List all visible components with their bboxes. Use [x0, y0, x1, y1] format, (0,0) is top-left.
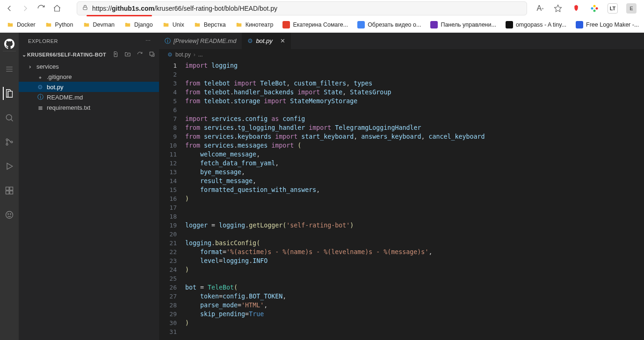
extensions-icon[interactable] — [3, 184, 16, 197]
info-icon: ⓘ — [165, 37, 171, 45]
bookmarks-bar: DockerPythonDevmanDjangoUnixВерсткаКинот… — [0, 17, 644, 33]
file-item[interactable]: ⬥.gitignore — [19, 71, 159, 82]
run-debug-icon[interactable] — [3, 160, 16, 173]
file-icon: ⬥ — [36, 73, 44, 80]
read-aloud-icon[interactable]: A» — [535, 4, 545, 13]
svg-point-14 — [8, 214, 9, 215]
source-control-icon[interactable] — [3, 135, 16, 149]
bookmark-item[interactable]: Екатерина Сомаге... — [281, 20, 350, 29]
bookmark-item[interactable]: Обрезать видео о... — [355, 20, 423, 29]
svg-rect-0 — [83, 7, 87, 9]
explorer-title: EXPLORER — [28, 38, 58, 44]
url-text: https://github1s.com/kruser66/self-ratin… — [92, 5, 277, 12]
repo-actions — [112, 51, 155, 58]
search-icon[interactable] — [3, 111, 16, 124]
file-icon: ≣ — [36, 104, 44, 111]
code-area: 1234567891011121314151617181920212223242… — [159, 60, 644, 340]
bookmark-item[interactable]: Django — [122, 21, 155, 29]
github-prs-icon[interactable] — [3, 208, 16, 221]
ext-icon-1[interactable] — [571, 3, 581, 14]
bookmark-item[interactable]: Верстка — [192, 21, 228, 29]
svg-point-7 — [6, 143, 8, 145]
code-text[interactable]: import loggingfrom telebot import TeleBo… — [185, 60, 627, 340]
url-highlight-mark — [87, 15, 152, 16]
vscode-surface: EXPLORER ⋯ ⌄ KRUSER66/SELF-RATING-BOT ›s… — [0, 33, 644, 340]
favorite-icon[interactable] — [553, 4, 563, 13]
menu-icon[interactable] — [3, 63, 16, 76]
explorer-sidebar: EXPLORER ⋯ ⌄ KRUSER66/SELF-RATING-BOT ›s… — [19, 33, 159, 340]
svg-point-8 — [11, 141, 13, 143]
ext-icon-3[interactable]: LT — [608, 3, 618, 14]
address-bar[interactable]: https://github1s.com/kruser66/self-ratin… — [77, 1, 527, 15]
file-item[interactable]: ⓘREADME.md — [19, 92, 159, 102]
svg-point-1 — [591, 7, 593, 10]
explorer-more-icon[interactable]: ⋯ — [145, 38, 151, 44]
chevron-down-icon: ⌄ — [22, 52, 27, 58]
file-tree: ›services⬥.gitignore⚙bot.pyⓘREADME.md≣re… — [19, 60, 159, 113]
svg-point-4 — [593, 10, 596, 12]
svg-rect-11 — [10, 191, 13, 194]
svg-point-15 — [10, 214, 11, 215]
svg-point-5 — [6, 114, 12, 120]
bookmark-item[interactable]: Devman — [81, 21, 117, 29]
bookmark-item[interactable]: omgopass - A tiny... — [504, 20, 568, 29]
bookmark-item[interactable]: Кинотеатр — [233, 21, 275, 29]
folder-item[interactable]: ›services — [19, 61, 159, 71]
ext-icon-2[interactable] — [590, 4, 599, 13]
breadcrumb-more: ... — [198, 51, 203, 58]
breadcrumb-file: bot.py — [175, 51, 191, 58]
svg-point-6 — [6, 139, 8, 141]
svg-point-13 — [6, 212, 13, 219]
file-item[interactable]: ≣requirements.txt — [19, 102, 159, 113]
breadcrumbs[interactable]: ⚙ bot.py › ... — [159, 49, 644, 60]
github-logo-icon[interactable] — [3, 38, 16, 51]
bookmark-item[interactable]: Python — [43, 21, 75, 29]
repo-name: KRUSER66/SELF-RATING-BOT — [27, 52, 106, 57]
svg-point-3 — [596, 7, 598, 10]
collapse-all-icon[interactable] — [149, 51, 155, 58]
editor-tab[interactable]: ⚙bot.py✕ — [242, 33, 290, 49]
svg-rect-10 — [6, 191, 9, 194]
repo-header[interactable]: ⌄ KRUSER66/SELF-RATING-BOT — [19, 49, 159, 60]
tab-bar: ⓘ[Preview] README.md⚙bot.py✕ — [159, 33, 644, 49]
new-folder-icon[interactable] — [124, 51, 131, 58]
forward-button[interactable] — [20, 3, 31, 14]
svg-rect-9 — [6, 187, 9, 191]
editor-tab[interactable]: ⓘ[Preview] README.md — [159, 33, 242, 49]
editor-area: ⓘ[Preview] README.md⚙bot.py✕ ⚙ bot.py › … — [159, 33, 644, 340]
file-item[interactable]: ⚙bot.py — [19, 82, 159, 92]
explorer-icon[interactable] — [3, 87, 16, 100]
toolbar-right: A» LT E — [532, 3, 640, 14]
profile-badge[interactable]: E — [626, 3, 637, 14]
python-file-icon: ⚙ — [247, 37, 253, 44]
bookmark-item[interactable]: Free Logo Maker -... — [574, 20, 641, 29]
svg-rect-16 — [150, 52, 153, 55]
back-button[interactable] — [4, 3, 15, 14]
reload-button[interactable] — [36, 3, 47, 14]
lock-icon — [82, 4, 88, 13]
svg-point-2 — [593, 5, 596, 7]
file-icon: ⓘ — [36, 93, 44, 101]
chevron-right-icon: › — [194, 51, 195, 58]
chevron-right-icon: › — [29, 63, 34, 70]
refresh-icon[interactable] — [137, 51, 143, 58]
new-file-icon[interactable] — [112, 51, 119, 58]
bookmark-item[interactable]: Панель управлени... — [428, 20, 498, 29]
bookmark-item[interactable]: Docker — [5, 21, 37, 29]
browser-chrome: https://github1s.com/kruser66/self-ratin… — [0, 0, 644, 33]
minimap[interactable] — [627, 60, 644, 340]
svg-rect-12 — [10, 187, 13, 191]
line-gutter: 1234567891011121314151617181920212223242… — [159, 60, 185, 340]
python-file-icon: ⚙ — [167, 51, 173, 58]
python-file-icon: ⚙ — [36, 84, 44, 91]
bookmark-item[interactable]: Unix — [160, 21, 186, 29]
close-icon[interactable]: ✕ — [280, 37, 285, 44]
home-button[interactable] — [51, 3, 63, 14]
activity-bar — [0, 33, 19, 340]
